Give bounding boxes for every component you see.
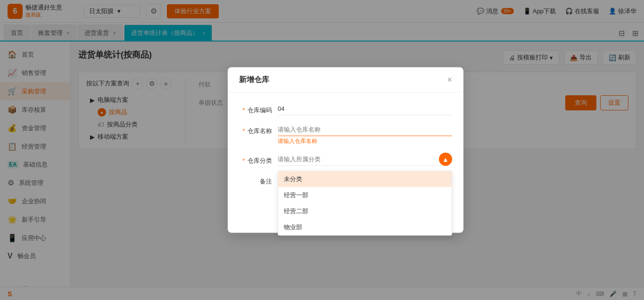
form-row-code: * 仓库编码 <box>239 102 452 116</box>
dropdown-item-property[interactable]: 物业部 <box>278 219 452 235</box>
category-dropdown-wrap: ▲ 未分类 经营一部 经营二部 物业部 <box>278 153 452 166</box>
name-label: * 仓库名称 <box>239 123 272 135</box>
category-dropdown-arrow[interactable]: ▲ <box>439 153 452 166</box>
category-input[interactable] <box>278 153 452 166</box>
dropdown-item-uncategorized[interactable]: 未分类 <box>278 171 452 187</box>
modal-body: * 仓库编码 * 仓库名称 请输入仓库名称 * 仓库分类 <box>228 93 463 204</box>
modal-header: 新增仓库 × <box>228 67 463 93</box>
name-control-wrap: 请输入仓库名称 <box>278 123 452 145</box>
form-row-category: * 仓库分类 ▲ 未分类 经营一部 经营二部 <box>239 153 452 166</box>
code-input[interactable] <box>278 102 452 116</box>
code-label: * 仓库编码 <box>239 102 272 115</box>
form-row-name: * 仓库名称 请输入仓库名称 <box>239 123 452 145</box>
modal-close-btn[interactable]: × <box>447 75 452 85</box>
chevron-up-icon: ▲ <box>442 156 449 163</box>
name-error-msg: 请输入仓库名称 <box>278 137 452 145</box>
name-input[interactable] <box>278 123 452 136</box>
dropdown-item-ops1[interactable]: 经营一部 <box>278 187 452 203</box>
notes-label: 备注 <box>239 174 272 186</box>
modal-new-warehouse: 新增仓库 × * 仓库编码 * 仓库名称 请输入仓库名称 * <box>228 67 463 233</box>
category-dropdown-list: 未分类 经营一部 经营二部 物业部 <box>278 171 452 236</box>
category-label: * 仓库分类 <box>239 153 272 165</box>
modal-title: 新增仓库 <box>239 75 269 85</box>
dropdown-item-ops2[interactable]: 经营二部 <box>278 203 452 219</box>
